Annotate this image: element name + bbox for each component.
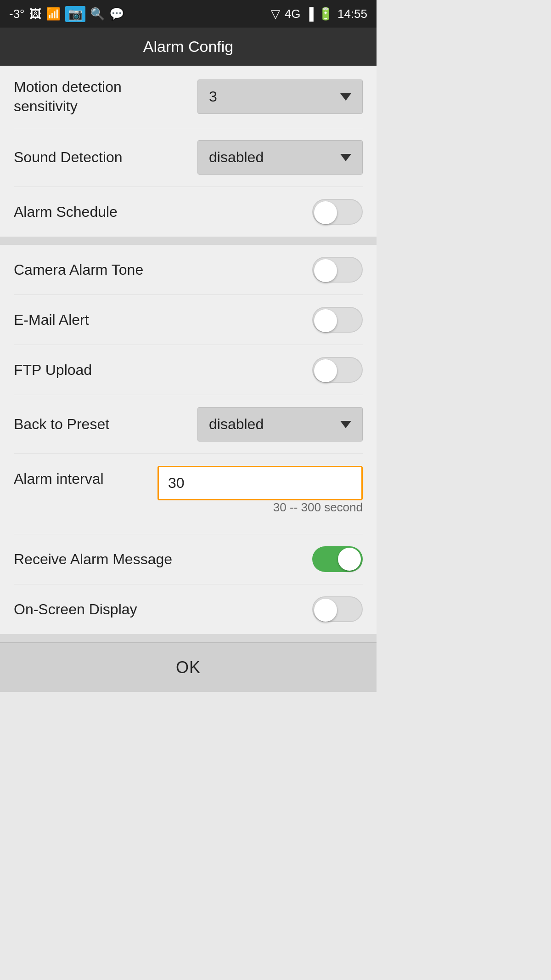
signal-bars: ▐ [305, 7, 314, 21]
sound-detection-dropdown[interactable]: disabled [197, 140, 363, 175]
ftp-upload-row: FTP Upload [14, 345, 363, 395]
ftp-upload-label: FTP Upload [14, 362, 312, 379]
email-alert-toggle[interactable] [312, 307, 363, 333]
back-to-preset-dropdown[interactable]: disabled [197, 407, 363, 442]
page-title: Alarm Config [143, 38, 234, 55]
email-alert-knob [314, 309, 337, 332]
section-1: Motion detectionsensitivity 3 Sound Dete… [0, 66, 377, 237]
on-screen-display-label: On-Screen Display [14, 601, 312, 618]
status-bar: -3° 🖼 📶 📷 🔍 💬 ▽ 4G ▐ 🔋 14:55 [0, 0, 377, 28]
alarm-interval-hint: 30 -- 300 second [14, 500, 363, 522]
receive-alarm-message-toggle[interactable] [312, 546, 363, 572]
chat-icon: 💬 [109, 7, 124, 21]
on-screen-display-row: On-Screen Display [14, 584, 363, 634]
camera-alarm-tone-label: Camera Alarm Tone [14, 261, 312, 278]
motion-detection-label: Motion detectionsensitivity [14, 78, 197, 116]
status-right: ▽ 4G ▐ 🔋 14:55 [271, 7, 367, 21]
sound-detection-control[interactable]: disabled [197, 140, 363, 175]
alarm-interval-row: Alarm interval 30 -- 300 second [14, 454, 363, 534]
alarm-schedule-label: Alarm Schedule [14, 204, 312, 221]
alarm-schedule-row: Alarm Schedule [14, 187, 363, 237]
motion-detection-row: Motion detectionsensitivity 3 [14, 66, 363, 128]
ok-button[interactable]: OK [0, 642, 377, 692]
email-alert-label: E-Mail Alert [14, 312, 312, 329]
ftp-upload-knob [314, 359, 337, 382]
receive-alarm-message-control[interactable] [312, 546, 363, 572]
on-screen-display-knob [314, 599, 337, 622]
alarm-interval-input[interactable] [157, 466, 363, 500]
on-screen-display-control[interactable] [312, 596, 363, 622]
back-to-preset-label: Back to Preset [14, 416, 197, 433]
back-to-preset-control[interactable]: disabled [197, 407, 363, 442]
temp-display: -3° [9, 7, 25, 21]
camera-alarm-tone-knob [314, 259, 337, 282]
time-display: 14:55 [337, 7, 367, 21]
wifi-icon: 📶 [46, 7, 61, 21]
email-alert-row: E-Mail Alert [14, 295, 363, 345]
motion-detection-dropdown[interactable]: 3 [197, 79, 363, 114]
receive-alarm-message-row: Receive Alarm Message [14, 534, 363, 584]
sound-detection-value: disabled [209, 149, 264, 166]
receive-alarm-message-label: Receive Alarm Message [14, 551, 312, 568]
section-divider-1 [0, 237, 377, 245]
page-title-bar: Alarm Config [0, 28, 377, 66]
motion-detection-arrow [340, 93, 351, 101]
screenshot-icon: 🖼 [29, 7, 41, 21]
back-to-preset-row: Back to Preset disabled [14, 395, 363, 454]
sound-detection-arrow [340, 154, 351, 161]
ftp-upload-toggle[interactable] [312, 357, 363, 383]
receive-alarm-message-knob [338, 548, 361, 571]
on-screen-display-toggle[interactable] [312, 596, 363, 622]
alarm-interval-control[interactable] [157, 466, 363, 500]
camera-alarm-tone-control[interactable] [312, 257, 363, 283]
network-label: 4G [285, 7, 301, 21]
camera-alarm-tone-toggle[interactable] [312, 257, 363, 283]
section-divider-2 [0, 634, 377, 642]
camera-alarm-tone-row: Camera Alarm Tone [14, 245, 363, 295]
motion-detection-control[interactable]: 3 [197, 79, 363, 114]
back-to-preset-value: disabled [209, 416, 264, 433]
section-2: Camera Alarm Tone E-Mail Alert FTP Uploa… [0, 245, 377, 634]
sound-detection-label: Sound Detection [14, 149, 197, 166]
back-to-preset-arrow [340, 421, 351, 428]
battery-icon: 🔋 [318, 7, 333, 21]
alarm-schedule-knob [314, 201, 337, 224]
email-alert-control[interactable] [312, 307, 363, 333]
ftp-upload-control[interactable] [312, 357, 363, 383]
alarm-schedule-control[interactable] [312, 199, 363, 225]
network-icon: ▽ [271, 7, 280, 21]
motion-detection-value: 3 [209, 88, 217, 105]
status-left: -3° 🖼 📶 📷 🔍 💬 [9, 6, 124, 22]
alarm-schedule-toggle[interactable] [312, 199, 363, 225]
alarm-interval-hint-container: 30 -- 300 second [14, 500, 363, 522]
camera-icon: 📷 [65, 6, 85, 22]
alarm-interval-label: Alarm interval [14, 466, 157, 487]
sound-detection-row: Sound Detection disabled [14, 128, 363, 187]
search-icon: 🔍 [90, 7, 105, 21]
